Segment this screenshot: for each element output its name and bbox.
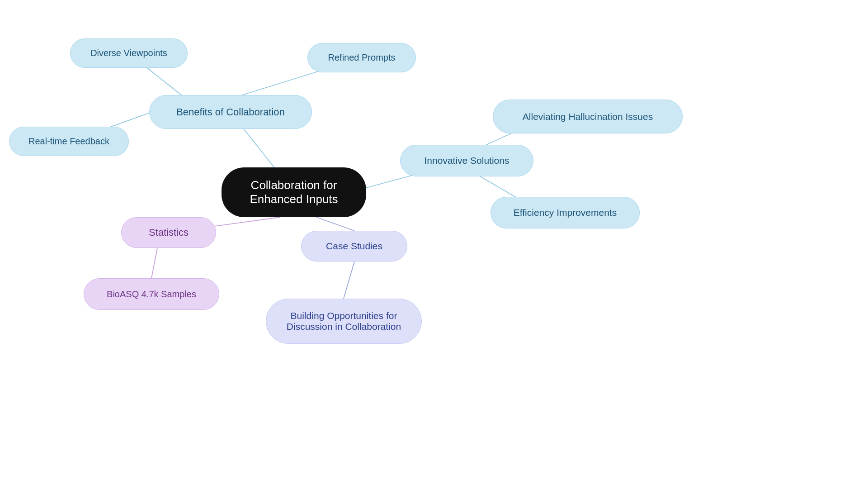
center-node-label: Collaboration for Enhanced Inputs (234, 178, 354, 206)
case-studies-label: Case Studies (326, 241, 382, 252)
building-opps-label: Building Opportunities for Discussion in… (279, 310, 409, 332)
alleviating-label: Alleviating Hallucination Issues (523, 111, 653, 122)
realtime-feedback-label: Real-time Feedback (28, 136, 109, 147)
svg-line-10 (344, 262, 354, 299)
alleviating-node: Alleviating Hallucination Issues (493, 100, 683, 133)
innovative-solutions-label: Innovative Solutions (425, 155, 509, 166)
svg-line-9 (316, 217, 354, 231)
case-studies-node: Case Studies (301, 231, 407, 262)
svg-line-8 (151, 248, 157, 278)
statistics-label: Statistics (149, 227, 189, 238)
building-opps-node: Building Opportunities for Discussion in… (266, 299, 422, 344)
efficiency-node: Efficiency Improvements (491, 197, 640, 228)
bioasq-node: BioASQ 4.7k Samples (84, 278, 219, 310)
bioasq-label: BioASQ 4.7k Samples (107, 289, 196, 300)
refined-prompts-node: Refined Prompts (307, 43, 416, 72)
refined-prompts-label: Refined Prompts (328, 52, 396, 63)
center-node: Collaboration for Enhanced Inputs (222, 167, 366, 217)
diverse-viewpoints-node: Diverse Viewpoints (70, 38, 188, 68)
efficiency-label: Efficiency Improvements (514, 207, 617, 218)
benefits-node-label: Benefits of Collaboration (176, 106, 285, 118)
statistics-node: Statistics (121, 217, 216, 248)
innovative-solutions-node: Innovative Solutions (400, 145, 533, 176)
realtime-feedback-node: Real-time Feedback (9, 127, 129, 156)
benefits-node: Benefits of Collaboration (149, 95, 312, 129)
diverse-viewpoints-label: Diverse Viewpoints (90, 48, 167, 58)
